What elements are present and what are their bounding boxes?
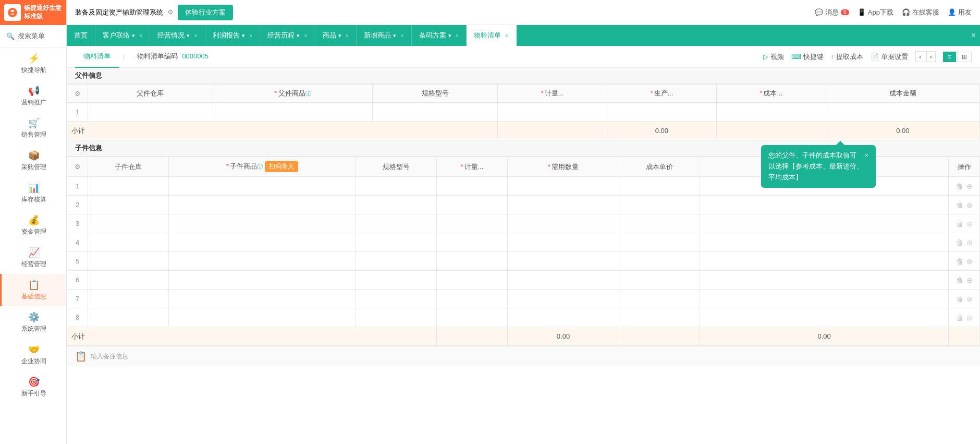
sidebar-item-operations[interactable]: 📈 经营管理 — [0, 242, 66, 274]
sub-tab-bom-list[interactable]: 物料清单 — [75, 46, 119, 68]
copy-icon[interactable]: ⊕ — [966, 314, 973, 322]
tab-close-icon[interactable]: × — [456, 32, 459, 39]
tab-close-icon[interactable]: × — [505, 32, 508, 39]
view-video-button[interactable]: ▷ 视频 — [763, 52, 784, 62]
sidebar-item-inventory[interactable]: 📊 库存核算 — [0, 177, 66, 209]
next-arrow-button[interactable]: › — [926, 51, 936, 62]
parent-col-spec: 规格型号 — [373, 85, 498, 103]
tab-close-icon[interactable]: × — [304, 32, 307, 39]
sidebar-item-marketing[interactable]: 📢 营销推广 — [0, 80, 66, 112]
parent-goods-cell[interactable] — [213, 103, 372, 122]
parent-warehouse-cell[interactable] — [88, 103, 213, 122]
online-service-button[interactable]: 🎧 在线客服 — [902, 8, 939, 17]
sidebar-search-container: 🔍 搜索菜单 — [0, 25, 66, 47]
sidebar-item-basic-info[interactable]: 📋 基础信息 — [0, 274, 66, 306]
tab-goods[interactable]: 商品 ▾ × — [315, 25, 357, 46]
tab-close-icon[interactable]: × — [249, 32, 252, 39]
trial-button[interactable]: 体验行业方案 — [178, 5, 233, 20]
copy-icon[interactable]: ⊕ — [966, 276, 973, 284]
parent-settings-icon: ⚙ — [75, 90, 81, 98]
quick-nav-icon: ⚡ — [28, 53, 40, 64]
tooltip-close-button[interactable]: × — [864, 150, 868, 161]
child-settings-icon: ⚙ — [75, 163, 81, 171]
child-spec-1[interactable] — [356, 177, 437, 196]
basic-info-icon: 📋 — [28, 279, 40, 291]
tab-close-icon[interactable]: × — [346, 32, 349, 39]
tab-profit-report[interactable]: 利润报告 ▾ × — [205, 25, 260, 46]
tab-bom[interactable]: 物料清单 × — [467, 25, 516, 46]
grid-view-button[interactable]: ⊞ — [957, 52, 972, 62]
scan-input-button[interactable]: 扫码录入 — [265, 161, 298, 172]
sidebar-item-enterprise[interactable]: 🤝 企业协同 — [0, 339, 66, 371]
copy-icon[interactable]: ⊕ — [966, 257, 973, 266]
tab-customer[interactable]: 客户联络 ▾ × — [95, 25, 150, 46]
delete-icon[interactable]: 🗑 — [956, 257, 963, 266]
sidebar-item-finance[interactable]: 💰 资金管理 — [0, 209, 66, 242]
sidebar-item-system[interactable]: ⚙️ 系统管理 — [0, 306, 66, 339]
sidebar-item-purchase[interactable]: 📦 采购管理 — [0, 145, 66, 177]
sub-tab-bom-code[interactable]: 物料清单编码 0000005 — [129, 46, 217, 68]
delete-icon[interactable]: 🗑 — [956, 295, 963, 303]
tab-home[interactable]: 首页 — [67, 25, 95, 46]
tab-close-icon[interactable]: × — [139, 32, 142, 39]
sidebar-item-guide[interactable]: 🎯 新手引导 — [0, 371, 66, 403]
close-all-icon: × — [971, 31, 976, 40]
parent-produce-cell[interactable] — [607, 103, 716, 122]
purchase-icon: 📦 — [28, 150, 40, 161]
table-row: 7 🗑⊕ — [67, 290, 980, 308]
parent-col-warehouse: 父件仓库 — [88, 85, 213, 103]
copy-icon[interactable]: ⊕ — [966, 295, 973, 303]
parent-unit-cell[interactable] — [498, 103, 607, 122]
copy-icon[interactable]: ⊕ — [966, 201, 973, 209]
page-area: 物料清单 | 物料清单编码 0000005 ▷ 视频 ⌨ 快捷键 ↑ 提取 — [67, 46, 980, 444]
child-col-action: 操作 — [949, 157, 980, 177]
app-download-button[interactable]: 📱 App下载 — [858, 8, 893, 17]
sidebar-item-quick-nav[interactable]: ⚡ 快捷导航 — [0, 47, 66, 80]
delete-icon[interactable]: 🗑 — [956, 182, 963, 190]
operations-icon: 📈 — [28, 247, 40, 258]
child-col-settings[interactable]: ⚙ — [67, 157, 88, 177]
tab-close-all[interactable]: × — [967, 31, 980, 40]
settings-gear-button[interactable]: ⚙ — [167, 8, 174, 16]
tab-operations-status[interactable]: 经营情况 ▾ × — [150, 25, 205, 46]
table-row: 6 🗑⊕ — [67, 271, 980, 290]
copy-icon[interactable]: ⊕ — [966, 238, 973, 247]
parent-cost-cell[interactable] — [716, 103, 826, 122]
delete-icon[interactable]: 🗑 — [956, 238, 963, 247]
extract-cost-button[interactable]: ↑ 提取成本 — [831, 52, 864, 62]
tab-operations-history[interactable]: 经营历程 ▾ × — [260, 25, 315, 46]
app-download-icon: 📱 — [858, 8, 866, 16]
top-bar: 装备及固定资产辅助管理系统 ⚙ 体验行业方案 💬 消息 6 📱 App下载 🎧 … — [67, 0, 980, 25]
copy-icon[interactable]: ⊕ — [966, 220, 973, 228]
list-view-button[interactable]: ≡ — [943, 52, 956, 62]
parent-col-unit: *计量... — [498, 85, 607, 103]
user-avatar-icon: 👤 — [948, 8, 956, 16]
prev-arrow-button[interactable]: ‹ — [915, 51, 925, 62]
sidebar-item-sales[interactable]: 🛒 销售管理 — [0, 112, 66, 145]
child-unit-price-1[interactable] — [619, 177, 700, 196]
tab-barcode[interactable]: 条码方案 ▾ × — [412, 25, 467, 46]
delete-icon[interactable]: 🗑 — [956, 276, 963, 284]
child-qty-1[interactable] — [507, 177, 619, 196]
shortcut-button[interactable]: ⌨ 快捷键 — [791, 52, 824, 62]
copy-icon[interactable]: ⊕ — [966, 182, 973, 190]
message-button[interactable]: 💬 消息 6 — [815, 8, 849, 17]
child-unit-1[interactable] — [437, 177, 508, 196]
delete-icon[interactable]: 🗑 — [956, 220, 963, 228]
tab-add-goods[interactable]: 新增商品 ▾ × — [357, 25, 411, 46]
search-menu-button[interactable]: 🔍 搜索菜单 — [4, 29, 62, 43]
parent-spec-cell[interactable] — [373, 103, 498, 122]
parent-col-produce: *生产... — [607, 85, 716, 103]
delete-icon[interactable]: 🗑 — [956, 314, 963, 322]
parent-col-settings[interactable]: ⚙ — [67, 85, 88, 103]
delete-icon[interactable]: 🗑 — [956, 201, 963, 209]
system-icon: ⚙️ — [28, 311, 40, 323]
child-goods-1[interactable] — [168, 177, 356, 196]
table-row: 3 🗑⊕ — [67, 214, 980, 233]
tab-close-icon[interactable]: × — [400, 32, 403, 39]
tab-close-icon[interactable]: × — [194, 32, 197, 39]
nav-arrows-group: ‹ › — [915, 51, 936, 62]
single-settings-button[interactable]: 📄 单据设置 — [871, 52, 908, 62]
user-button[interactable]: 👤 用友 — [948, 8, 972, 17]
child-warehouse-1[interactable] — [88, 177, 169, 196]
